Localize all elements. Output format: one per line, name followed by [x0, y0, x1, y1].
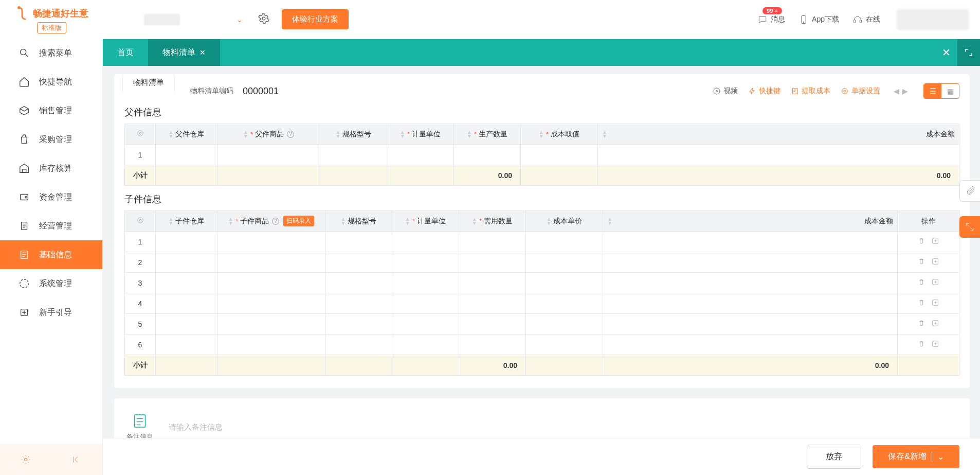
delete-row-icon[interactable] [917, 340, 925, 348]
remark-icon [131, 412, 149, 430]
extract-cost-link[interactable]: 提取成本 [791, 86, 830, 96]
doc-code-value: 0000001 [243, 86, 279, 97]
delete-row-icon[interactable] [917, 298, 925, 307]
shortcut-link[interactable]: 快捷键 [748, 86, 781, 96]
prev-doc-icon[interactable]: ◀ [894, 87, 899, 95]
svg-point-22 [137, 218, 143, 223]
child-row[interactable]: 4 [125, 293, 959, 314]
delete-row-icon[interactable] [917, 257, 925, 266]
parent-row[interactable]: 1 [125, 145, 959, 165]
delete-row-icon[interactable] [917, 237, 925, 245]
sidebar-item-quicknav[interactable]: 快捷导航 [0, 67, 102, 96]
scan-input-badge[interactable]: 扫码录入 [283, 216, 314, 226]
child-th-qty[interactable]: ▲▼*需用数量 [459, 211, 526, 232]
video-link[interactable]: 视频 [713, 86, 738, 96]
card-header: 物料清单 物料清单编码 0000001 视频 快捷键 提取成本 单据设置 ◀ ▶… [124, 83, 959, 99]
fullscreen-float-button[interactable] [959, 216, 980, 238]
sidebar-item-basicinfo[interactable]: 基础信息 [0, 240, 102, 269]
doc-tab[interactable]: 物料清单 [122, 74, 175, 92]
svg-rect-5 [860, 20, 861, 22]
top-header: 畅捷通好生意 标准版 ⌄ 体验行业方案 99 + 消息 App下载 在线 [0, 0, 980, 39]
expand-tabs-icon[interactable] [957, 39, 980, 66]
child-row[interactable]: 5 [125, 314, 959, 335]
tab-home[interactable]: 首页 [103, 39, 148, 66]
parent-th-product[interactable]: ▲▼*父件商品? [217, 124, 320, 145]
add-row-icon[interactable] [931, 257, 939, 266]
try-industry-button[interactable]: 体验行业方案 [282, 9, 349, 29]
header-actions: 99 + 消息 App下载 在线 [757, 9, 969, 30]
collapse-sidebar-icon[interactable] [71, 454, 82, 465]
action-bar: 放弃 保存&新增⌄ [103, 438, 980, 475]
save-new-button[interactable]: 保存&新增⌄ [873, 445, 959, 468]
add-row-icon[interactable] [931, 340, 939, 348]
child-th-product[interactable]: ▲▼*子件商品?扫码录入 [217, 211, 325, 232]
parent-th-gear[interactable] [125, 124, 156, 145]
svg-point-17 [844, 90, 846, 92]
close-all-tabs-icon[interactable]: ✕ [935, 46, 957, 59]
parent-th-warehouse[interactable]: ▲▼父件仓库 [156, 124, 217, 145]
child-row[interactable]: 6 [125, 335, 959, 355]
gear-icon[interactable] [258, 13, 269, 26]
next-doc-icon[interactable]: ▶ [902, 87, 908, 95]
parent-th-amount[interactable]: ▲▼成本金额 [598, 124, 959, 145]
view-toggle: ☰ ▦ [923, 83, 959, 99]
view-card-icon[interactable]: ▦ [941, 84, 959, 98]
child-row[interactable]: 3 [125, 273, 959, 293]
app-download-button[interactable]: App下载 [798, 14, 839, 25]
sidebar-item-operation[interactable]: 经营管理 [0, 212, 102, 240]
sidebar-item-search[interactable]: 搜索菜单 [0, 39, 102, 67]
workspace-selector[interactable]: ⌄ [144, 14, 243, 25]
help-icon: ? [287, 131, 294, 138]
child-th-warehouse[interactable]: ▲▼子件仓库 [156, 211, 217, 232]
child-subtotal-row: 小计 0.00 0.00 [125, 355, 959, 376]
close-tab-icon[interactable]: ✕ [199, 48, 206, 57]
parent-th-qty[interactable]: ▲▼*生产数量 [454, 124, 521, 145]
sidebar-item-sales[interactable]: 销售管理 [0, 96, 102, 125]
brand-logo: 畅捷通好生意 标准版 [0, 0, 103, 39]
child-row[interactable]: 2 [125, 252, 959, 273]
discard-button[interactable]: 放弃 [807, 445, 861, 469]
child-th-gear[interactable] [125, 211, 156, 232]
sidebar-item-system[interactable]: 系统管理 [0, 269, 102, 298]
sidebar: 搜索菜单 快捷导航 销售管理 采购管理 库存核算 资金管理 经营管理 基础信息 … [0, 39, 103, 475]
child-table: ▲▼子件仓库 ▲▼*子件商品?扫码录入 ▲▼规格型号 ▲▼*计量单位 ▲▼*需用… [124, 210, 959, 376]
message-badge: 99 + [763, 7, 782, 14]
child-th-price[interactable]: ▲▼成本单价 [526, 211, 603, 232]
svg-point-9 [25, 196, 27, 198]
add-row-icon[interactable] [931, 319, 939, 327]
svg-point-15 [714, 88, 720, 94]
online-support-button[interactable]: 在线 [852, 14, 880, 25]
sidebar-item-purchase[interactable]: 采购管理 [0, 125, 102, 154]
svg-point-12 [20, 279, 29, 288]
add-row-icon[interactable] [931, 278, 939, 286]
delete-row-icon[interactable] [917, 278, 925, 286]
child-th-spec[interactable]: ▲▼规格型号 [325, 211, 392, 232]
parent-th-costmode[interactable]: ▲▼*成本取值 [521, 124, 598, 145]
chevron-down-icon[interactable]: ⌄ [932, 452, 944, 462]
sidebar-item-inventory[interactable]: 库存核算 [0, 154, 102, 183]
child-section-title: 子件信息 [124, 193, 959, 205]
view-list-icon[interactable]: ☰ [924, 84, 941, 98]
child-th-op: 操作 [898, 211, 959, 232]
sidebar-item-finance[interactable]: 资金管理 [0, 183, 102, 212]
attachment-float-button[interactable] [959, 180, 980, 202]
messages-button[interactable]: 99 + 消息 [757, 14, 785, 25]
child-th-unit[interactable]: ▲▼*计量单位 [392, 211, 459, 232]
parent-section-title: 父件信息 [124, 106, 959, 118]
add-row-icon[interactable] [931, 237, 939, 245]
parent-th-spec[interactable]: ▲▼规格型号 [320, 124, 387, 145]
sidebar-item-guide[interactable]: 新手引导 [0, 298, 102, 327]
child-th-amount[interactable]: ▲▼成本金额 [603, 211, 898, 232]
add-row-icon[interactable] [931, 298, 939, 307]
settings-icon[interactable] [20, 454, 31, 465]
user-avatar[interactable] [897, 9, 969, 30]
doc-settings-link[interactable]: 单据设置 [841, 86, 880, 96]
tab-bom[interactable]: 物料清单✕ [148, 39, 220, 66]
svg-point-3 [803, 22, 804, 23]
svg-point-1 [262, 17, 265, 20]
child-row[interactable]: 1 [125, 232, 959, 252]
parent-th-unit[interactable]: ▲▼*计量单位 [387, 124, 454, 145]
delete-row-icon[interactable] [917, 319, 925, 327]
remark-input[interactable] [169, 423, 957, 431]
svg-point-6 [21, 49, 26, 55]
